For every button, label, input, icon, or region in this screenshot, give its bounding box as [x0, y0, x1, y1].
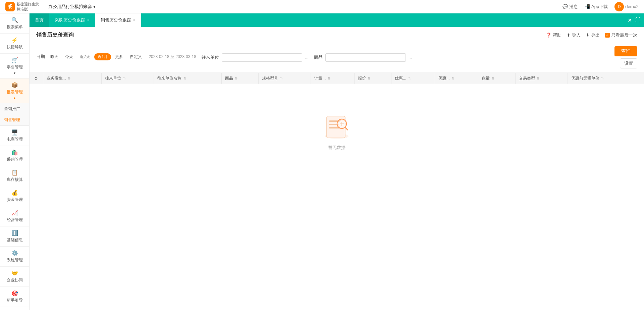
- box-icon: 📦: [11, 82, 18, 88]
- goods-input[interactable]: [325, 53, 406, 62]
- gear-icon: ⚙️: [11, 250, 18, 256]
- col-settings[interactable]: ⚙: [30, 73, 43, 84]
- date-btn-today[interactable]: 今天: [62, 53, 76, 60]
- sort-arrows-spec: ⇅: [280, 76, 283, 80]
- top-header: 畅 畅捷通好生意 标准版 办公用品行业模拟账套 ▾ 💬 消息 📲 App下载 D…: [0, 0, 644, 13]
- date-btn-more[interactable]: 更多: [112, 53, 126, 60]
- date-filter: 日期 昨天 今天 近7天 近1月 更多 自定义 2023-02-18 至 202…: [36, 53, 196, 60]
- app-selector[interactable]: 办公用品行业模拟账套 ▾: [48, 4, 96, 10]
- chevron-up-icon: ▴: [14, 96, 15, 100]
- tab-home[interactable]: 首页: [30, 13, 49, 27]
- page-header: 销售历史价查询 ❓ 帮助 ⬆ 导入 ⬇ 导出 ✓: [30, 27, 644, 42]
- sidebar-item-search-menu[interactable]: 🔍 搜索菜单: [0, 13, 29, 34]
- export-btn[interactable]: ⬇ 导出: [586, 32, 600, 38]
- chart-icon: 📈: [11, 210, 18, 216]
- page-header-actions: ❓ 帮助 ⬆ 导入 ⬇ 导出 ✓ 只看最后一次: [546, 32, 637, 38]
- main-layout: 🔍 搜索菜单 ⚡ 快捷导航 🛒 零售管理 ▾ 📦 批发管理 ▴ 营销推广 销售管…: [0, 13, 644, 310]
- partner-dots-btn[interactable]: ...: [305, 55, 309, 60]
- help-btn[interactable]: ❓ 帮助: [546, 32, 561, 38]
- export-icon: ⬇: [586, 33, 590, 38]
- partner-filter: 往来单位 ...: [202, 53, 309, 62]
- date-btn-1month[interactable]: 近1月: [94, 53, 111, 60]
- settings-button[interactable]: 设置: [620, 58, 637, 68]
- search-icon: 🔍: [11, 17, 18, 23]
- sidebar-item-marketing[interactable]: 营销推广: [0, 103, 29, 114]
- sidebar-item-app-center[interactable]: 📱 应用中心: [0, 307, 29, 310]
- sidebar-item-sales-mgmt[interactable]: 销售管理: [0, 114, 29, 125]
- date-buttons: 昨天 今天 近7天 近1月 更多 自定义: [48, 53, 145, 60]
- sort-arrows-goods: ⇅: [235, 76, 237, 80]
- maximize-icon[interactable]: ⛶: [635, 17, 641, 23]
- col-quantity[interactable]: 数量 ⇅: [478, 73, 516, 84]
- sidebar-item-retail-mgmt[interactable]: 🛒 零售管理 ▾: [0, 54, 29, 79]
- user-action[interactable]: D demo2: [614, 2, 639, 11]
- col-goods[interactable]: 商品 ⇅: [221, 73, 259, 84]
- empty-text: 暂无数据: [328, 145, 345, 151]
- close-sales-tab-icon[interactable]: ×: [133, 18, 136, 22]
- lightning-icon: ⚡: [11, 37, 18, 43]
- col-unit[interactable]: 计量... ⇅: [311, 73, 354, 84]
- date-btn-yesterday[interactable]: 昨天: [48, 53, 61, 60]
- shopping-icon: 🛍️: [11, 149, 18, 156]
- col-spec[interactable]: 规格型号 ⇅: [259, 73, 311, 84]
- sidebar-item-sys-mgmt[interactable]: ⚙️ 系统管理: [0, 247, 29, 267]
- tab-purchase-history[interactable]: 采购历史价跟踪 ×: [49, 13, 95, 27]
- check-icon: ✓: [605, 33, 610, 38]
- tab-bar: 首页 采购历史价跟踪 × 销售历史价跟踪 × ✕ ⛶: [30, 13, 644, 27]
- sidebar-item-new-guide[interactable]: 🎯 新手引导: [0, 287, 29, 307]
- logo-text: 畅捷通好生意 标准版: [17, 2, 39, 11]
- col-partner-code[interactable]: 往来单位 ⇅: [102, 73, 154, 84]
- sidebar-item-enterprise[interactable]: 🤝 企业协同: [0, 267, 29, 287]
- col-discount2[interactable]: 优惠... ⇅: [435, 73, 478, 84]
- sort-arrows-quantity: ⇅: [492, 76, 494, 80]
- sort-arrows-discount2: ⇅: [451, 76, 454, 80]
- sidebar-item-operation[interactable]: 📈 经营管理: [0, 206, 29, 226]
- sidebar-item-basic-info[interactable]: ℹ️ 基础信息: [0, 226, 29, 247]
- sort-arrows-trade-type: ⇅: [537, 76, 539, 80]
- help-icon: ❓: [546, 33, 551, 38]
- date-btn-custom[interactable]: 自定义: [127, 53, 145, 60]
- app-download-action[interactable]: 📲 App下载: [585, 4, 608, 10]
- sort-arrows-partner-name: ⇅: [183, 76, 186, 80]
- import-icon: ⬆: [567, 33, 571, 38]
- filter-area: 日期 昨天 今天 近7天 近1月 更多 自定义 2023-02-18 至 202…: [30, 42, 644, 73]
- download-icon: 📲: [585, 4, 590, 9]
- col-partner-name[interactable]: 往来单位名称 ⇅: [154, 73, 221, 84]
- col-quote[interactable]: 报价 ⇅: [354, 73, 391, 84]
- sidebar-item-inventory[interactable]: 📋 库存核算: [0, 166, 29, 186]
- logo-area: 畅 畅捷通好生意 标准版: [5, 2, 39, 11]
- col-discount1[interactable]: 优惠... ⇅: [391, 73, 435, 84]
- tab-sales-history[interactable]: 销售历史价跟踪 ×: [95, 13, 141, 27]
- content-area: 首页 采购历史价跟踪 × 销售历史价跟踪 × ✕ ⛶ 销售历史价查询: [30, 13, 644, 310]
- sidebar-item-purchase-mgmt[interactable]: 🛍️ 采购管理: [0, 146, 29, 166]
- table-area: ⚙ 业务发生... ⇅ 往来单位 ⇅ 往来单位名称: [30, 73, 644, 310]
- sidebar-item-wholesale-mgmt[interactable]: 📦 批发管理 ▴: [0, 79, 29, 103]
- info-icon: ℹ️: [11, 230, 18, 236]
- handshake-icon: 🤝: [11, 270, 18, 276]
- logo-icon: 畅: [5, 2, 15, 11]
- header-right: 💬 消息 📲 App下载 D demo2: [562, 2, 639, 11]
- col-biz-date[interactable]: 业务发生... ⇅: [43, 73, 102, 84]
- sort-arrows-discount1: ⇅: [408, 76, 411, 80]
- date-btn-7days[interactable]: 近7天: [77, 53, 93, 60]
- sidebar-item-quick-nav[interactable]: ⚡ 快捷导航: [0, 34, 29, 54]
- close-window-icon[interactable]: ✕: [628, 17, 632, 23]
- target-icon: 🎯: [11, 290, 18, 297]
- col-pre-tax-price[interactable]: 优惠前无税单价 ⇅: [568, 73, 644, 84]
- sidebar-item-ecom-mgmt[interactable]: 🖥️ 电商管理: [0, 126, 29, 146]
- wholesale-expand: 营销推广 销售管理: [0, 103, 29, 126]
- partner-input[interactable]: [222, 53, 302, 62]
- sidebar-item-finance[interactable]: 💰 资金管理: [0, 186, 29, 206]
- import-btn[interactable]: ⬆ 导入: [567, 32, 581, 38]
- message-action[interactable]: 💬 消息: [562, 4, 578, 10]
- avatar: D: [614, 2, 624, 11]
- message-icon: 💬: [562, 4, 568, 9]
- only-last-checkbox[interactable]: ✓ 只看最后一次: [605, 32, 637, 38]
- close-purchase-tab-icon[interactable]: ×: [87, 18, 90, 22]
- goods-dots-btn[interactable]: ...: [409, 55, 412, 60]
- data-table: ⚙ 业务发生... ⇅ 往来单位 ⇅ 往来单位名称: [30, 73, 644, 177]
- query-button[interactable]: 查询: [614, 46, 637, 56]
- goods-filter: 商品 ...: [314, 53, 412, 62]
- col-trade-type[interactable]: 交易类型 ⇅: [515, 73, 568, 84]
- header-left: 畅 畅捷通好生意 标准版 办公用品行业模拟账套 ▾: [5, 2, 96, 11]
